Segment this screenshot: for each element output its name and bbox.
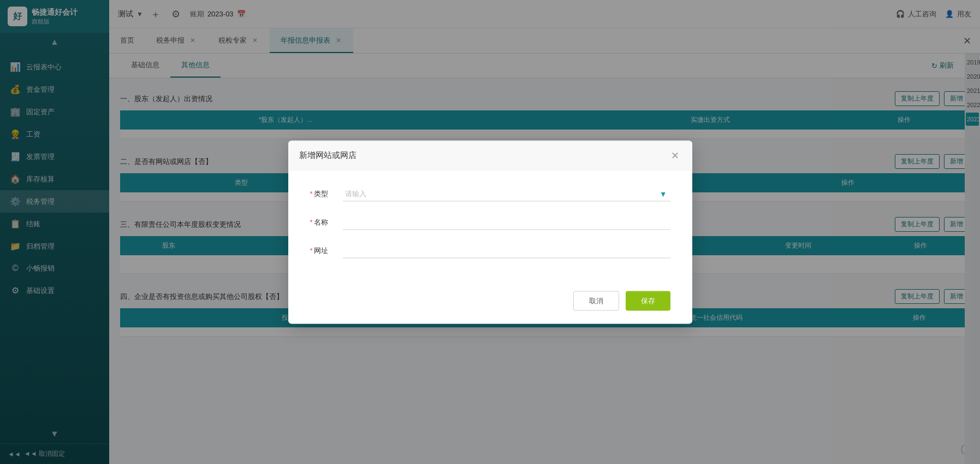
required-mark: * (310, 246, 313, 254)
type-input-wrap: ▼ (343, 186, 670, 201)
form-field-name: *名称 (310, 214, 670, 230)
dialog-footer: 取消 保存 (288, 282, 692, 324)
url-input[interactable] (343, 243, 670, 258)
dialog-close-button[interactable]: ✕ (669, 149, 681, 161)
save-button[interactable]: 保存 (626, 291, 670, 310)
cancel-button[interactable]: 取消 (573, 291, 619, 310)
add-website-dialog: 新增网站或网店 ✕ *类型 ▼ *名称 *网址 (288, 140, 692, 324)
name-input-wrap (343, 214, 670, 230)
name-label: *名称 (310, 217, 343, 227)
dialog-body: *类型 ▼ *名称 *网址 (288, 171, 692, 282)
form-field-type: *类型 ▼ (310, 186, 670, 201)
required-mark: * (310, 189, 313, 197)
url-input-wrap (343, 243, 670, 258)
type-input[interactable] (343, 186, 670, 201)
name-input[interactable] (343, 214, 670, 230)
type-label: *类型 (310, 189, 343, 198)
required-mark: * (310, 218, 313, 226)
dialog-header: 新增网站或网店 ✕ (288, 140, 692, 171)
url-label: *网址 (310, 245, 343, 255)
dialog-title: 新增网站或网店 (299, 150, 357, 161)
form-field-url: *网址 (310, 243, 670, 258)
